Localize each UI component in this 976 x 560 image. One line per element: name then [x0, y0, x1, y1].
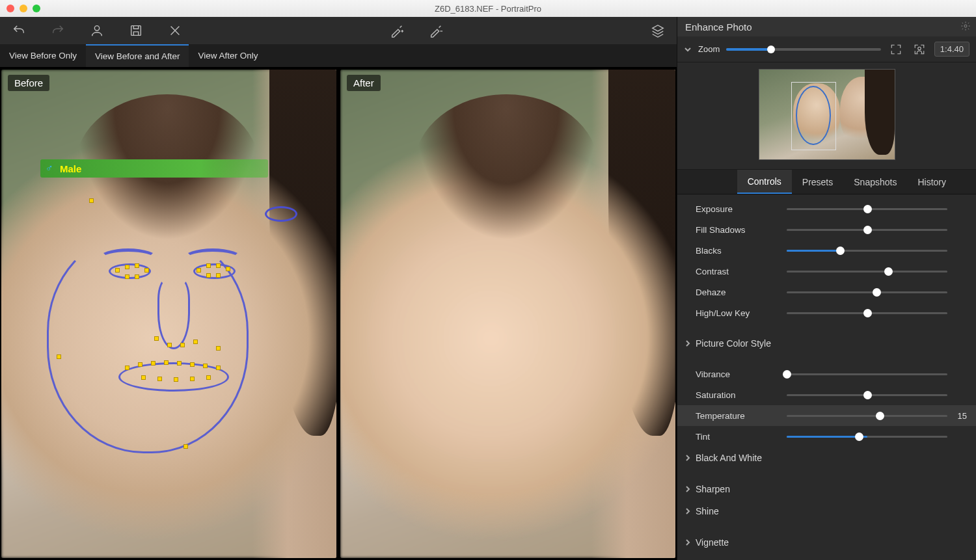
other-face-eye-outline[interactable] — [265, 206, 297, 222]
landmark-point[interactable] — [190, 362, 195, 367]
slider-track[interactable] — [787, 415, 947, 417]
brush-minus-icon — [429, 23, 443, 38]
zoom-ratio-display[interactable]: 1:4.40 — [934, 42, 969, 57]
gear-icon[interactable] — [960, 21, 971, 31]
landmark-point[interactable] — [141, 375, 146, 380]
landmark-point[interactable] — [89, 198, 94, 203]
landmark-point[interactable] — [115, 268, 120, 273]
slider-thumb[interactable] — [855, 433, 863, 441]
landmark-point[interactable] — [177, 361, 182, 366]
slider-contrast[interactable]: Contrast — [677, 261, 976, 282]
slider-track[interactable] — [787, 394, 947, 396]
slider-track[interactable] — [787, 229, 947, 231]
face-landmark-overlay[interactable] — [1, 70, 336, 558]
navigator-thumbnail[interactable] — [759, 69, 895, 160]
landmark-point[interactable] — [151, 361, 156, 366]
landmark-point[interactable] — [216, 263, 221, 268]
brush-add-button[interactable] — [387, 21, 407, 40]
landmark-point[interactable] — [203, 364, 208, 368]
slider-track[interactable] — [787, 373, 947, 375]
slider-thumb[interactable] — [863, 391, 872, 399]
tab-snapshots[interactable]: Snapshots — [843, 170, 907, 194]
landmark-point[interactable] — [125, 265, 129, 269]
section-vignette[interactable]: Vignette — [677, 531, 976, 553]
section-sharpen[interactable]: Sharpen — [677, 478, 976, 500]
slider-blacks[interactable]: Blacks — [677, 240, 976, 261]
after-image-panel[interactable]: After — [340, 70, 675, 558]
zoom-slider-thumb[interactable] — [767, 46, 775, 53]
landmark-point[interactable] — [216, 366, 221, 370]
slider-thumb[interactable] — [873, 288, 881, 297]
slider-thumb[interactable] — [863, 309, 872, 317]
landmark-point[interactable] — [167, 343, 172, 347]
slider-temperature[interactable]: Temperature15 — [677, 405, 976, 426]
landmark-point[interactable] — [125, 366, 129, 370]
slider-thumb[interactable] — [836, 247, 845, 255]
landmark-point[interactable] — [154, 336, 159, 341]
gender-tag[interactable]: Male — [40, 159, 268, 178]
landmark-point[interactable] — [135, 263, 139, 268]
slider-dehaze[interactable]: Dehaze — [677, 282, 976, 302]
undo-button[interactable] — [9, 21, 29, 40]
landmark-point[interactable] — [180, 343, 185, 347]
landmark-point[interactable] — [125, 274, 129, 279]
landmark-point[interactable] — [216, 346, 221, 351]
save-button[interactable] — [126, 21, 146, 40]
slider-track[interactable] — [787, 208, 947, 210]
slider-exposure[interactable]: Exposure — [677, 198, 976, 219]
slider-track[interactable] — [787, 312, 947, 314]
landmark-point[interactable] — [226, 267, 230, 271]
landmark-point[interactable] — [138, 362, 142, 367]
section-black-and-white[interactable]: Black And White — [677, 447, 976, 469]
fit-face-button[interactable] — [911, 41, 928, 58]
landmark-point[interactable] — [183, 444, 188, 449]
tab-view-after[interactable]: View After Only — [189, 44, 267, 67]
slider-thumb[interactable] — [863, 205, 872, 213]
landmark-point[interactable] — [157, 377, 162, 381]
slider-tint[interactable]: Tint — [677, 426, 976, 447]
tab-view-before-after[interactable]: View Before and After — [86, 44, 189, 67]
landmark-point[interactable] — [135, 274, 139, 279]
landmark-point[interactable] — [197, 268, 201, 273]
brush-remove-button[interactable] — [426, 21, 446, 40]
landmark-point[interactable] — [174, 377, 178, 382]
redo-button[interactable] — [48, 21, 68, 40]
slider-track[interactable] — [787, 436, 947, 438]
layers-button[interactable] — [648, 21, 668, 40]
slider-saturation[interactable]: Saturation — [677, 384, 976, 405]
tab-view-before[interactable]: View Before Only — [0, 44, 86, 67]
close-button[interactable] — [165, 21, 185, 40]
tab-history[interactable]: History — [907, 170, 956, 194]
nose-outline[interactable] — [157, 278, 190, 349]
landmark-point[interactable] — [206, 263, 211, 268]
landmark-point[interactable] — [216, 273, 221, 278]
zoom-slider[interactable] — [726, 48, 881, 51]
tab-controls[interactable]: Controls — [737, 170, 792, 194]
landmark-point[interactable] — [190, 377, 195, 381]
person-button[interactable] — [87, 21, 107, 40]
before-image-panel[interactable]: Male Before — [1, 70, 336, 558]
landmark-point[interactable] — [193, 340, 198, 344]
landmark-point[interactable] — [164, 360, 169, 365]
chevron-down-icon[interactable] — [684, 46, 692, 53]
fit-screen-button[interactable] — [888, 41, 904, 58]
slider-track[interactable] — [787, 250, 947, 252]
slider-track[interactable] — [787, 271, 947, 273]
slider-thumb[interactable] — [783, 370, 791, 379]
section-picture-color-style[interactable]: Picture Color Style — [677, 332, 976, 354]
slider-fill-shadows[interactable]: Fill Shadows — [677, 219, 976, 240]
section-label: Shine — [696, 506, 719, 516]
slider-thumb[interactable] — [863, 226, 872, 234]
slider-high-low-key[interactable]: High/Low Key — [677, 302, 976, 323]
tab-presets[interactable]: Presets — [792, 170, 843, 194]
slider-track[interactable] — [787, 291, 947, 293]
landmark-point[interactable] — [206, 273, 211, 278]
slider-vibrance[interactable]: Vibrance — [677, 364, 976, 384]
landmark-point[interactable] — [144, 268, 149, 273]
slider-thumb[interactable] — [884, 267, 893, 276]
landmark-point[interactable] — [57, 354, 61, 359]
slider-thumb[interactable] — [876, 412, 884, 420]
nav-viewport-rect[interactable] — [791, 82, 836, 150]
section-shine[interactable]: Shine — [677, 500, 976, 522]
landmark-point[interactable] — [206, 375, 211, 380]
